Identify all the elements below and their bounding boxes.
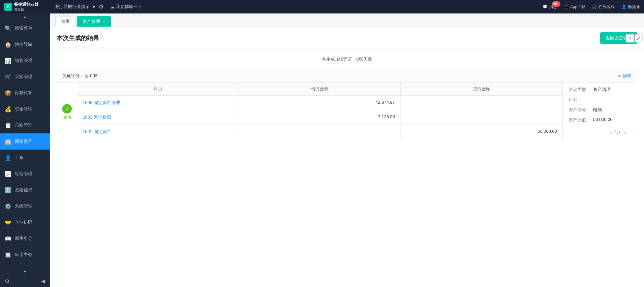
user-avatar-button[interactable]: 👤 畅捷通 [621,4,640,10]
side-info-panel: 变动类型： 资产清理 日期： 资产名称： 电脑 [563,83,637,142]
page-title: 本次生成的结果 [57,34,99,42]
page-header: 本次生成的结果 返回固定资产 [50,27,644,50]
original-value-label: 资产原值： [569,117,590,123]
sidebar-item-guide[interactable]: 📖 新手引导 [0,230,50,247]
sidebar-item-app-center[interactable]: 🔲 应用中心 [0,247,50,263]
logo-text: 畅捷通好业财 [14,2,38,7]
th-subject: 科目 [77,83,239,95]
sidebar-item-fixed-assets[interactable]: 🏢 固定资产 [0,133,50,150]
sidebar-item-basic-info[interactable]: ℹ️ 基础信息 [0,182,50,198]
sidebar-item-label: 搜索菜单 [15,25,32,31]
sidebar-item-purchase[interactable]: 🛒 采购管理 [0,69,50,85]
sidebar-item-label: 总账管理 [15,122,32,128]
td-subject-3: 1601 固定资产 [77,125,239,139]
result-summary: 共生成 1张凭证，0张失败 [57,56,637,62]
purchase-icon: 🛒 [5,74,11,80]
collaboration-icon: 🤝 [5,219,11,226]
sidebar-item-label: 企业协同 [15,219,32,225]
sidebar-item-system[interactable]: ⚙️ 系统管理 [0,198,50,214]
sidebar-items: 🔍 搜索菜单 🏠 快捷导航 📊 销售管理 🛒 采购管理 📦 库存核算 💰 [0,20,50,268]
system-icon: ⚙️ [5,203,11,210]
table-row: 1601 固定资产 50,000.00 [77,125,562,139]
close-panel-button[interactable]: × [626,34,634,42]
settings-icon[interactable]: ⚙ [5,278,9,284]
operations-icon: 📈 [5,171,11,177]
expand-panel-button[interactable]: ⤢ [635,34,643,42]
td-debit-2: 7,125.03 [239,110,401,124]
funds-icon: 💰 [5,106,11,113]
sidebar-scroll-down[interactable]: ▼ [0,268,50,275]
td-subject-1: 1606 固定资产清理 [77,96,239,110]
sidebar-item-sales[interactable]: 📊 销售管理 [0,53,50,69]
pagination: < 1/1 > [569,127,632,138]
sidebar-item-funds[interactable]: 💰 资金管理 [0,101,50,117]
sidebar-item-label: 销售管理 [15,58,32,64]
sidebar-item-label: 新手引导 [15,235,32,242]
voucher-body: ✓ 成功 科目 借方金额 贷方金额 1606 固定资产清理 [57,83,637,142]
info-row-date: 日期： [569,97,632,103]
info-row-asset-name: 资产名称： 电脑 [569,107,632,113]
sidebar: ▲ 🔍 搜索菜单 🏠 快捷导航 📊 销售管理 🛒 采购管理 📦 库存核算 [0,13,50,287]
sidebar-item-label: 工资 [15,155,24,161]
top-header: 财 畅捷通好业财 普及版 医疗器械行业演示 ▼ ⚙ ☁ 我要体验一下 💬 消息 … [0,0,644,13]
experience-button[interactable]: ☁ 我要体验一下 [110,4,142,10]
app-center-icon: 🔲 [5,252,11,258]
status-column: ✓ 成功 [57,83,77,142]
info-row-original-value: 资产原值： 50,000.00 [569,117,632,123]
sidebar-item-ledger[interactable]: 📋 总账管理 [0,117,50,133]
sidebar-item-inventory[interactable]: 📦 库存核算 [0,85,50,101]
company-settings-icon[interactable]: ⚙ [99,4,103,10]
online-service-button[interactable]: 🎧 在线客服 [592,4,615,10]
collapse-icon[interactable]: ◀ [41,278,45,284]
header-right: 💬 消息 99+ 📱 App下载 🎧 在线客服 👤 畅捷通 [543,4,640,10]
voucher-edit-button[interactable]: ✏ 修改 [618,73,632,79]
panel-controls: × ⤢ [624,33,644,44]
pagination-next[interactable]: > [623,130,626,135]
company-dropdown-icon: ▼ [92,4,96,9]
tab-assets-close[interactable]: × [103,19,105,24]
status-icon: ✓ [62,104,72,114]
guide-icon: 📖 [5,235,11,242]
app-download-button[interactable]: 📱 App下载 [564,4,585,10]
sidebar-item-label: 系统管理 [15,203,32,209]
td-debit-3 [239,125,401,139]
sidebar-item-operations[interactable]: 📈 经营管理 [0,166,50,182]
pagination-prev[interactable]: < [610,130,612,135]
messages-button[interactable]: 💬 消息 99+ [543,4,557,10]
voucher-table: 科目 借方金额 贷方金额 1606 固定资产清理 42,874.97 1602 … [77,83,563,142]
sidebar-item-label: 应用中心 [15,252,32,258]
experience-icon: ☁ [110,4,115,9]
sidebar-footer: ⚙ ◀ [0,275,50,287]
table-header: 科目 借方金额 贷方金额 [77,83,562,96]
sidebar-item-collaboration[interactable]: 🤝 企业协同 [0,214,50,230]
company-name: 医疗器械行业演示 [55,4,90,10]
main-content: 本次生成的结果 返回固定资产 共生成 1张凭证，0张失败 凭证字号：记-003 … [50,27,644,287]
username-label: 畅捷通 [628,4,640,10]
sidebar-item-label: 经营管理 [15,171,32,177]
asset-name-value: 电脑 [593,107,602,113]
company-selector[interactable]: 医疗器械行业演示 ▼ [55,4,96,10]
sidebar-scroll-up[interactable]: ▲ [0,13,50,20]
voucher-header: 凭证字号：记-003 ✏ 修改 [57,69,637,83]
online-service-label: 在线客服 [599,4,615,10]
tab-assets[interactable]: 资产管理 × [77,16,111,27]
sidebar-item-label: 资金管理 [15,106,32,112]
th-credit: 贷方金额 [401,83,562,95]
th-debit: 借方金额 [239,83,401,95]
user-avatar-icon: 👤 [621,4,626,9]
tab-home-label: 首页 [61,19,70,25]
edit-icon: ✏ [618,73,621,78]
asset-name-label: 资产名称： [569,107,590,113]
sidebar-item-search[interactable]: 🔍 搜索菜单 [0,20,50,36]
experience-text: 我要体验一下 [116,4,142,10]
tab-home[interactable]: 首页 [55,16,75,27]
td-subject-2: 1602 累计折旧 [77,110,239,124]
ledger-icon: 📋 [5,122,11,129]
messages-icon: 💬 [543,4,548,9]
sidebar-item-payroll[interactable]: 👤 工资 [0,150,50,166]
app-download-label: App下载 [570,4,585,10]
sidebar-item-quick-nav[interactable]: 🏠 快捷导航 [0,36,50,53]
status-text: 成功 [63,115,71,121]
edit-label: 修改 [623,73,632,79]
date-label: 日期： [569,97,582,103]
